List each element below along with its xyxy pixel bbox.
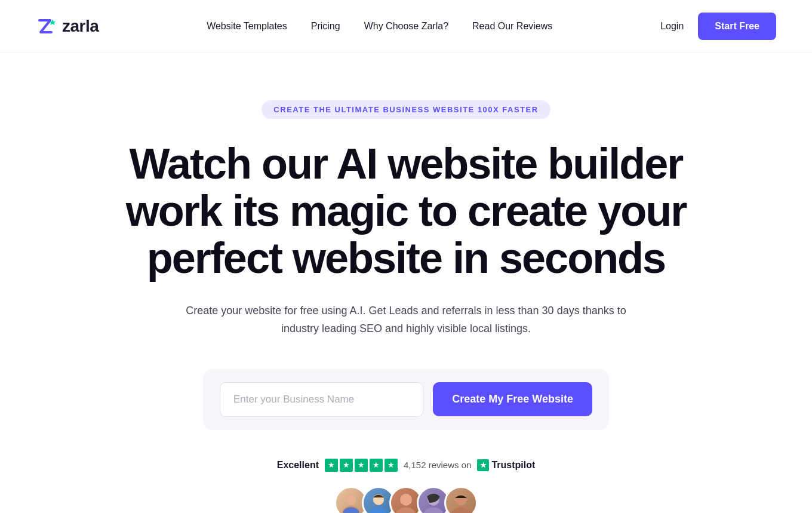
avatar-5 [444,486,478,513]
review-count: 4,152 reviews on [404,460,471,470]
trustpilot-logo[interactable]: ★ Trustpilot [477,459,535,471]
star-4: ★ [370,459,383,472]
star-5: ★ [385,459,398,472]
svg-point-13 [450,507,472,513]
trustpilot-stars: ★ ★ ★ ★ ★ [325,459,398,472]
nav-reviews[interactable]: Read Our Reviews [472,21,552,31]
logo-text: zarla [62,17,99,36]
svg-point-3 [346,494,356,505]
star-1: ★ [325,459,338,472]
svg-point-6 [371,507,387,513]
nav-links: Website Templates Pricing Why Choose Zar… [207,21,552,32]
svg-point-8 [395,507,417,513]
create-website-button[interactable]: Create My Free Website [433,382,592,416]
nav-why-zarla[interactable]: Why Choose Zarla? [364,21,448,31]
excellent-label: Excellent [277,460,319,471]
trustpilot-star-icon: ★ [477,459,489,471]
star-2: ★ [340,459,353,472]
login-button[interactable]: Login [660,21,684,32]
cta-box: Create My Free Website [203,369,609,430]
nav-right: Login Start Free [660,13,776,40]
trustpilot-row: Excellent ★ ★ ★ ★ ★ 4,152 reviews on ★ T… [277,459,536,472]
zarla-logo-icon [36,16,57,37]
hero-badge: CREATE THE ULTIMATE BUSINESS WEBSITE 100… [262,100,550,119]
avatars-row [334,486,478,513]
svg-point-11 [423,507,444,513]
navbar: zarla Website Templates Pricing Why Choo… [0,0,812,53]
hero-subtitle: Create your website for free using A.I. … [185,302,627,338]
trustpilot-label-text: Trustpilot [491,460,535,471]
nav-pricing[interactable]: Pricing [311,21,340,31]
business-name-input[interactable] [220,382,423,417]
hero-section: CREATE THE ULTIMATE BUSINESS WEBSITE 100… [0,53,812,513]
start-free-button[interactable]: Start Free [698,13,776,40]
nav-website-templates[interactable]: Website Templates [207,21,287,31]
logo-link[interactable]: zarla [36,16,99,37]
svg-point-10 [400,494,412,506]
star-3: ★ [355,459,368,472]
hero-title: Watch our AI website builder work its ma… [78,140,734,282]
